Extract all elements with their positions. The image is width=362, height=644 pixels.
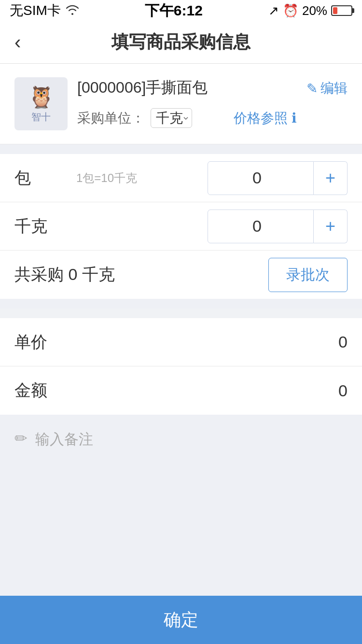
- kg-row: 千克 +: [0, 202, 362, 251]
- confirm-bar[interactable]: 确定: [0, 596, 362, 644]
- carrier-label: 无SIM卡: [10, 1, 61, 20]
- location-icon: ↗: [268, 3, 279, 18]
- alarm-icon: ⏰: [283, 3, 298, 18]
- price-row: 单价 0: [0, 318, 362, 366]
- total-label: 共采购 0 千克: [14, 264, 115, 286]
- edit-icon: ✎: [306, 81, 318, 97]
- info-icon: ℹ: [292, 110, 297, 126]
- status-right: ↗ ⏰ 20%: [268, 3, 352, 18]
- unit-row: 采购单位： 千克: [77, 108, 192, 128]
- product-name: [0000006]手撕面包: [77, 77, 297, 98]
- input-section: 包 1包=10千克 + 千克 +: [0, 154, 362, 251]
- batch-button[interactable]: 录批次: [268, 258, 348, 292]
- pack-input[interactable]: [208, 161, 314, 195]
- unit-label: 采购单位：: [77, 109, 145, 127]
- pack-input-group: +: [208, 161, 348, 195]
- pack-sublabel: 1包=10千克: [76, 170, 137, 186]
- pack-label: 包: [14, 167, 72, 189]
- amount-value: 0: [338, 381, 348, 400]
- battery-percent: 20%: [302, 3, 327, 18]
- total-row: 共采购 0 千克 录批次: [0, 251, 362, 299]
- nav-bar: ‹ 填写商品采购信息: [0, 21, 362, 64]
- pencil-icon: ✏: [14, 429, 28, 448]
- confirm-label: 确定: [164, 608, 198, 632]
- product-card: 🦉 智十 [0000006]手撕面包 采购单位： 千克 价格参照 ℹ: [0, 64, 362, 144]
- product-right: ✎ 编辑: [306, 77, 348, 98]
- amount-row: 金额 0: [0, 366, 362, 415]
- price-ref-button[interactable]: 价格参照 ℹ: [234, 109, 297, 127]
- note-section[interactable]: ✏ 输入备注: [0, 415, 362, 473]
- product-meta: 采购单位： 千克 价格参照 ℹ: [77, 108, 297, 128]
- status-left: 无SIM卡: [10, 1, 79, 20]
- price-label: 单价: [14, 331, 47, 353]
- note-placeholder: 输入备注: [35, 429, 93, 449]
- info-section: 单价 0 金额 0: [0, 318, 362, 415]
- kg-input[interactable]: [208, 210, 314, 243]
- pack-plus-button[interactable]: +: [314, 161, 348, 195]
- wifi-icon: [66, 3, 79, 18]
- battery-icon: [331, 5, 352, 16]
- price-value: 0: [338, 333, 348, 351]
- kg-plus-button[interactable]: +: [314, 210, 348, 243]
- back-button[interactable]: ‹: [14, 31, 21, 53]
- section-divider-1: [0, 144, 362, 154]
- product-thumbnail: 🦉 智十: [14, 77, 68, 130]
- kg-label: 千克: [14, 215, 72, 238]
- edit-button[interactable]: ✎ 编辑: [306, 79, 348, 98]
- page-title: 填写商品采购信息: [111, 30, 251, 54]
- status-time: 下午6:12: [145, 1, 203, 21]
- kg-input-group: +: [208, 210, 348, 243]
- section-divider-2: [0, 299, 362, 308]
- status-bar: 无SIM卡 下午6:12 ↗ ⏰ 20%: [0, 0, 362, 21]
- pack-row: 包 1包=10千克 +: [0, 154, 362, 202]
- amount-label: 金额: [14, 379, 47, 402]
- product-info: [0000006]手撕面包 采购单位： 千克 价格参照 ℹ: [77, 77, 297, 128]
- unit-select[interactable]: 千克: [151, 108, 192, 128]
